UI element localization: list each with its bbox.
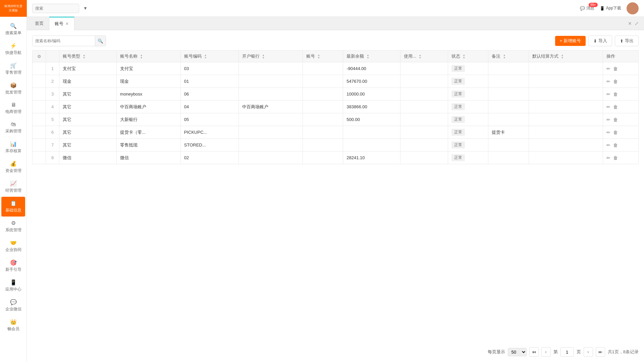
first-page-button[interactable]: ⏮ <box>529 347 539 357</box>
sidebar-label-enterprise-agreement: 企业协同 <box>5 247 21 253</box>
sidebar-item-app-center[interactable]: 📱应用中心 <box>0 276 26 296</box>
row-type: 其它 <box>59 139 117 152</box>
col-status[interactable]: 状态 ▲▼ <box>448 51 488 62</box>
col-balance[interactable]: 最新余额 ▲▼ <box>343 51 400 62</box>
export-icon: ⬆ <box>620 39 624 44</box>
tab-account[interactable]: 账号✕ <box>49 17 74 30</box>
sidebar-label-inventory-check: 库存核算 <box>5 148 21 154</box>
row-code: 03 <box>180 62 238 75</box>
page-input[interactable] <box>560 347 574 357</box>
app-download-button[interactable]: 📱 App下载 <box>600 5 621 11</box>
col-type[interactable]: 账号类型 ▲▼ <box>59 51 117 62</box>
sidebar-item-new-guide[interactable]: 🎯新手引导 <box>0 256 26 276</box>
row-settings <box>33 62 46 75</box>
tab-bar: 首页账号✕ ✕ ⤢ <box>27 17 644 30</box>
delete-button[interactable]: 🗑 <box>613 79 618 84</box>
import-label: 导入 <box>598 38 607 44</box>
col-usage[interactable]: 使用... ▲▼ <box>400 51 448 62</box>
last-page-button[interactable]: ⏭ <box>596 347 605 357</box>
row-usage <box>400 88 448 101</box>
top-search-input[interactable] <box>32 4 79 13</box>
delete-button[interactable]: 🗑 <box>613 92 618 97</box>
sidebar-item-retail-mgmt[interactable]: 🛒零售管理 <box>0 59 26 79</box>
row-bank <box>238 126 303 139</box>
row-index: 3 <box>46 88 59 101</box>
prev-page-button[interactable]: ‹ <box>541 347 551 357</box>
delete-button[interactable]: 🗑 <box>613 66 618 71</box>
col-bank[interactable]: 开户银行 ▲▼ <box>238 51 303 62</box>
page-size-select[interactable]: 50 10 20 100 <box>508 348 527 356</box>
row-type: 支付宝 <box>59 62 117 75</box>
row-settings <box>33 113 46 126</box>
next-page-button[interactable]: › <box>584 347 593 357</box>
col-remarks[interactable]: 备注 ▲▼ <box>488 51 529 62</box>
sidebar-item-ops-mgmt[interactable]: 📈经营管理 <box>0 177 26 197</box>
edit-button[interactable]: ✏ <box>606 142 610 148</box>
search-input[interactable] <box>33 36 95 46</box>
row-code: 01 <box>180 75 238 88</box>
search-button[interactable]: 🔍 <box>95 36 106 46</box>
edit-button[interactable]: ✏ <box>606 92 610 97</box>
sidebar-item-quick-nav[interactable]: ⚡快捷导航 <box>0 39 26 59</box>
col-name[interactable]: 账号名称 ▲▼ <box>116 51 180 62</box>
table-row: 8 微信 微信 02 28241.10 正常 ✏ 🗑 <box>33 152 639 164</box>
edit-button[interactable]: ✏ <box>606 117 610 122</box>
status-badge: 正常 <box>451 141 465 148</box>
row-settings <box>33 126 46 139</box>
tab-close-account[interactable]: ✕ <box>65 21 69 26</box>
row-account-no <box>303 62 343 75</box>
sidebar-item-enterprise-agreement[interactable]: 🤝企业协同 <box>0 236 26 256</box>
row-actions: ✏ 🗑 <box>603 139 638 152</box>
edit-button[interactable]: ✏ <box>606 155 610 161</box>
col-account-no[interactable]: 账号 ▲▼ <box>303 51 343 62</box>
status-badge: 正常 <box>451 103 465 110</box>
sidebar-label-app-center: 应用中心 <box>5 287 21 292</box>
sidebar-item-wholesale-mgmt[interactable]: 📦批发管理 <box>0 79 26 99</box>
edit-button[interactable]: ✏ <box>606 79 610 84</box>
logo-text: 鲸准好时生意 <box>4 4 22 8</box>
avatar[interactable] <box>627 2 639 14</box>
sidebar-item-search-menu[interactable]: 🔍搜索菜单 <box>0 19 26 39</box>
edit-button[interactable]: ✏ <box>606 104 610 110</box>
sidebar-icon-retail-mgmt: 🛒 <box>10 62 17 69</box>
sidebar-item-system-mgmt[interactable]: ⚙系统管理 <box>0 217 26 236</box>
delete-button[interactable]: 🗑 <box>613 142 618 148</box>
message-button[interactable]: 💬 消息 99+ <box>580 5 594 11</box>
delete-button[interactable]: 🗑 <box>613 117 618 122</box>
sidebar-label-system-mgmt: 系统管理 <box>5 227 21 233</box>
row-type: 其它 <box>59 113 117 126</box>
row-code: STORED... <box>180 139 238 152</box>
row-bank <box>238 88 303 101</box>
delete-button[interactable]: 🗑 <box>613 104 618 110</box>
col-default-settlement[interactable]: 默认结算方式 ▲▼ <box>529 51 603 62</box>
tab-controls: ✕ ⤢ <box>628 21 641 26</box>
row-default-settlement <box>529 152 603 164</box>
dropdown-button[interactable]: ▼ <box>83 6 88 11</box>
export-button[interactable]: ⬆ 导出 <box>615 36 639 46</box>
import-button[interactable]: ⬇ 导入 <box>588 36 612 46</box>
sidebar-item-purchase-mgmt[interactable]: 🛍采购管理 <box>0 118 26 137</box>
sidebar-item-capital-mgmt[interactable]: 💰资金管理 <box>0 157 26 177</box>
row-index: 6 <box>46 126 59 139</box>
row-account-no <box>303 75 343 88</box>
close-tab-icon[interactable]: ✕ <box>628 21 632 26</box>
row-balance <box>343 139 400 152</box>
edit-button[interactable]: ✏ <box>606 130 610 135</box>
col-settings[interactable]: ⚙ <box>33 51 46 62</box>
delete-button[interactable]: 🗑 <box>613 155 618 161</box>
delete-button[interactable]: 🗑 <box>613 130 618 135</box>
edit-button[interactable]: ✏ <box>606 66 610 71</box>
sidebar-item-ecommerce-mgmt[interactable]: 🖥电商管理 <box>0 99 26 118</box>
sidebar-item-inventory-check[interactable]: 📊库存核算 <box>0 137 26 157</box>
sidebar-item-frequent-member[interactable]: 👑畅会员 <box>0 315 26 335</box>
page-label: 第 <box>553 349 558 355</box>
sidebar-item-enterprise-wechat[interactable]: 💬企业微信 <box>0 296 26 315</box>
settings-gear-icon[interactable]: ⚙ <box>37 54 41 59</box>
tab-home[interactable]: 首页 <box>30 17 49 30</box>
maximize-icon[interactable]: ⤢ <box>635 21 639 26</box>
row-remarks <box>488 139 529 152</box>
add-account-button[interactable]: + 新增账号 <box>555 36 586 46</box>
row-name: 大新银行 <box>116 113 180 126</box>
sidebar-item-basic-info[interactable]: 📋基础信息 <box>1 197 25 217</box>
col-code[interactable]: 账号编码 ▲▼ <box>180 51 238 62</box>
